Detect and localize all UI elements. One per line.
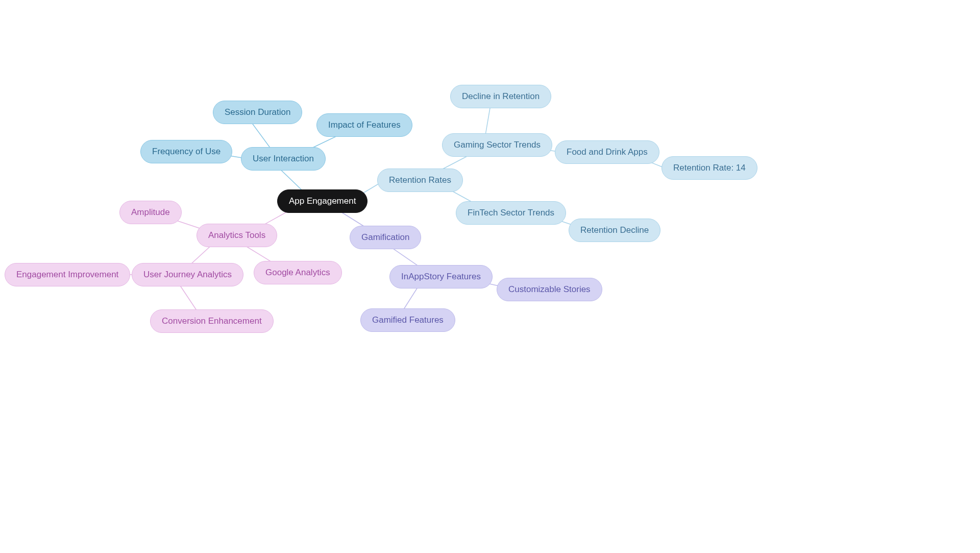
node-label: User Journey Analytics: [143, 270, 232, 280]
node-label: Session Duration: [225, 107, 290, 117]
node-label: Conversion Enhancement: [162, 316, 262, 326]
node-fintech-sector-trends[interactable]: FinTech Sector Trends: [456, 201, 566, 225]
node-impact-of-features[interactable]: Impact of Features: [316, 113, 412, 137]
node-label: User Interaction: [253, 154, 314, 164]
node-label: Gamification: [361, 232, 409, 243]
mindmap-canvas: App Engagement User Interaction Session …: [0, 0, 980, 553]
node-retention-rates[interactable]: Retention Rates: [377, 169, 463, 192]
node-user-interaction[interactable]: User Interaction: [241, 147, 326, 171]
node-label: Gaming Sector Trends: [454, 140, 541, 150]
node-user-journey-analytics[interactable]: User Journey Analytics: [132, 263, 243, 286]
node-food-and-drink-apps[interactable]: Food and Drink Apps: [555, 140, 659, 164]
node-label: Food and Drink Apps: [567, 147, 648, 157]
node-session-duration[interactable]: Session Duration: [213, 101, 302, 124]
node-label: Retention Rate: 14: [673, 163, 746, 173]
node-gamification[interactable]: Gamification: [350, 226, 421, 249]
node-gaming-sector-trends[interactable]: Gaming Sector Trends: [442, 133, 552, 157]
node-label: Analytics Tools: [208, 230, 265, 241]
root-label: App Engagement: [289, 196, 356, 206]
node-conversion-enhancement[interactable]: Conversion Enhancement: [150, 309, 274, 333]
node-label: Retention Decline: [580, 225, 649, 235]
node-label: Decline in Retention: [462, 91, 540, 102]
node-frequency-of-use[interactable]: Frequency of Use: [140, 140, 232, 163]
node-label: Google Analytics: [265, 268, 330, 278]
node-label: Frequency of Use: [152, 147, 220, 157]
node-inappstory-features[interactable]: InAppStory Features: [389, 265, 493, 288]
node-decline-in-retention[interactable]: Decline in Retention: [450, 85, 551, 108]
node-customizable-stories[interactable]: Customizable Stories: [497, 278, 602, 301]
node-amplitude[interactable]: Amplitude: [119, 201, 182, 224]
node-google-analytics[interactable]: Google Analytics: [254, 261, 342, 284]
node-label: Gamified Features: [372, 315, 444, 325]
node-label: Retention Rates: [389, 175, 451, 185]
node-label: InAppStory Features: [401, 272, 481, 282]
node-label: Impact of Features: [328, 120, 401, 130]
node-engagement-improvement[interactable]: Engagement Improvement: [5, 263, 130, 286]
node-label: Engagement Improvement: [16, 270, 118, 280]
node-analytics-tools[interactable]: Analytics Tools: [197, 224, 277, 247]
node-label: Amplitude: [131, 207, 170, 218]
root-node[interactable]: App Engagement: [277, 189, 368, 213]
node-label: FinTech Sector Trends: [468, 208, 554, 218]
node-retention-decline[interactable]: Retention Decline: [569, 219, 660, 242]
node-label: Customizable Stories: [508, 284, 591, 295]
node-retention-rate-14[interactable]: Retention Rate: 14: [662, 156, 757, 180]
node-gamified-features[interactable]: Gamified Features: [360, 308, 455, 332]
